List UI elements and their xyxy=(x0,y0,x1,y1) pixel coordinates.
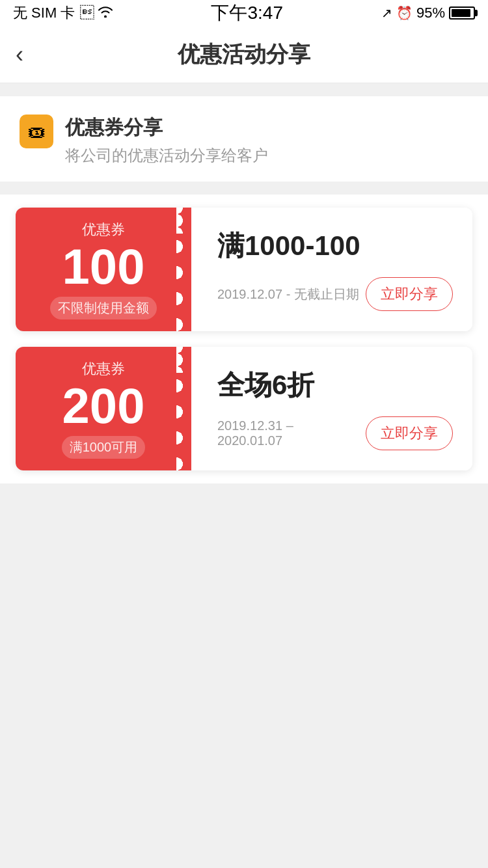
carrier-text: 无 SIM 卡 xyxy=(13,3,75,23)
wifi-icon:  xyxy=(80,5,113,21)
section-text: 优惠券分享 将公司的优惠活动分享给客户 xyxy=(65,115,268,166)
section-subtitle: 将公司的优惠活动分享给客户 xyxy=(65,145,268,166)
coupon-left-1: 优惠券 100 不限制使用金额 xyxy=(16,208,191,331)
coupon-card-2: 优惠券 200 满1000可用 全场6折 2019.12.31 – 2020.0… xyxy=(16,347,472,470)
status-bar: 无 SIM 卡  下午3:47 ↗ ⏰ 95% xyxy=(0,0,488,26)
coupon-card: 优惠券 100 不限制使用金额 满1000-100 2019.12.07 - 无… xyxy=(16,208,472,331)
alarm-icon: ⏰ xyxy=(396,5,413,21)
status-time: 下午3:47 xyxy=(211,1,283,25)
back-button[interactable]: ‹ xyxy=(16,41,23,68)
status-left: 无 SIM 卡  xyxy=(13,3,113,23)
coupon-date-2: 2019.12.31 – 2020.01.07 xyxy=(217,418,359,448)
coupon-bottom-1: 2019.12.07 - 无截止日期 立即分享 xyxy=(217,277,453,311)
location-icon: ↗ xyxy=(381,5,392,21)
coupon-title-1: 满1000-100 xyxy=(217,228,453,264)
coupon-label-1: 优惠券 xyxy=(82,220,125,239)
section-header: 🎟 优惠券分享 将公司的优惠活动分享给客户 xyxy=(0,96,488,182)
coupon-amount-1: 100 xyxy=(62,242,145,292)
coupon-title-2: 全场6折 xyxy=(217,367,453,403)
coupon-right-2: 全场6折 2019.12.31 – 2020.01.07 立即分享 xyxy=(191,347,472,470)
coupon-label-2: 优惠券 xyxy=(82,359,125,379)
coupon-bottom-2: 2019.12.31 – 2020.01.07 立即分享 xyxy=(217,416,453,450)
coupon-share-icon: 🎟 xyxy=(20,115,53,148)
share-button-2[interactable]: 立即分享 xyxy=(366,416,453,450)
coupon-date-1: 2019.12.07 - 无截止日期 xyxy=(217,286,359,303)
coupon-condition-2: 满1000可用 xyxy=(62,436,146,459)
coupon-right-1: 满1000-100 2019.12.07 - 无截止日期 立即分享 xyxy=(191,208,472,331)
coupon-left-2: 优惠券 200 满1000可用 xyxy=(16,347,191,470)
coupon-list: 优惠券 100 不限制使用金额 满1000-100 2019.12.07 - 无… xyxy=(0,195,488,483)
battery-percent: 95% xyxy=(416,5,445,21)
share-button-1[interactable]: 立即分享 xyxy=(366,277,453,311)
coupon-condition-1: 不限制使用金额 xyxy=(50,297,157,319)
section-title: 优惠券分享 xyxy=(65,115,268,141)
status-right: ↗ ⏰ 95% xyxy=(381,5,475,21)
grey-area xyxy=(0,483,488,809)
page-title: 优惠活动分享 xyxy=(178,40,310,70)
battery-fill xyxy=(452,9,470,17)
nav-bar: ‹ 优惠活动分享 xyxy=(0,26,488,83)
coupon-amount-2: 200 xyxy=(62,381,145,431)
battery-icon xyxy=(449,7,475,20)
